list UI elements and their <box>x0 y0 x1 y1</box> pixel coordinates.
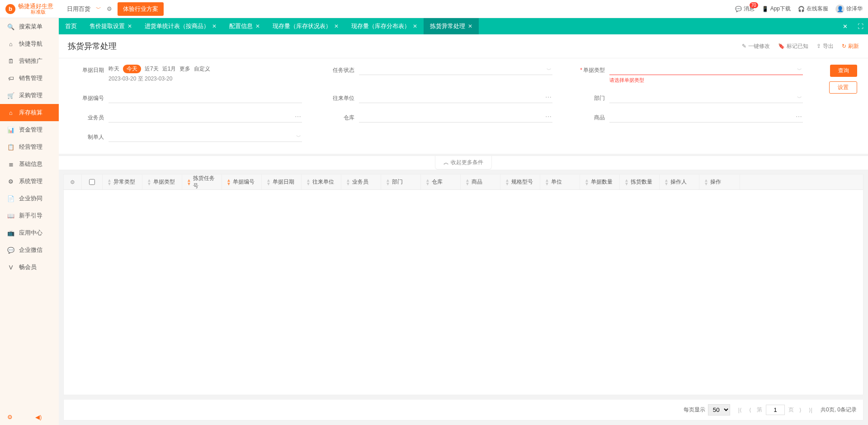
product-input[interactable] <box>609 112 803 123</box>
bill-no-input[interactable] <box>108 93 302 103</box>
tab[interactable]: 现存量（库存分布表）✕ <box>345 18 424 34</box>
department-input[interactable] <box>609 93 803 103</box>
select-all-checkbox[interactable] <box>82 175 103 189</box>
table-column-header[interactable]: ▲▼商品 <box>461 175 500 189</box>
maker-input[interactable] <box>108 132 302 142</box>
sidebar-item[interactable]: V畅会员 <box>0 259 59 276</box>
export-button[interactable]: ⇪导出 <box>816 42 834 50</box>
sidebar-item[interactable]: 💬企业微信 <box>0 241 59 259</box>
sidebar-item[interactable]: ≣基础信息 <box>0 156 59 173</box>
settings-button[interactable]: 设置 <box>829 81 857 94</box>
date-chip[interactable]: 近7天 <box>145 65 159 73</box>
table-column-header[interactable]: ▲▼单据编号 <box>222 175 262 189</box>
user-menu[interactable]: 👤 徐泽华 <box>835 5 863 14</box>
sidebar-item[interactable]: 📋经营管理 <box>0 138 59 156</box>
last-page-button[interactable]: ⟩| <box>807 406 814 414</box>
ellipsis-icon[interactable]: ⋯ <box>796 113 802 120</box>
tab[interactable]: 首页 <box>59 18 83 34</box>
next-page-button[interactable]: ⟩ <box>797 406 803 414</box>
app-download-button[interactable]: 📱 App下载 <box>762 5 791 13</box>
bill-type-input[interactable] <box>609 65 803 75</box>
table-column-header[interactable]: ▲▼操作人 <box>660 175 699 189</box>
table-column-header[interactable]: ▲▼单位 <box>540 175 580 189</box>
tab[interactable]: 现存量（库存状况表）✕ <box>266 18 345 34</box>
cta-button[interactable]: 体验行业方案 <box>118 2 164 16</box>
table-column-header[interactable]: ▲▼单据类型 <box>142 175 182 189</box>
table-column-header[interactable]: ▲▼部门 <box>381 175 421 189</box>
column-label: 部门 <box>392 178 403 186</box>
table-column-header[interactable]: ▲▼拣货数量 <box>620 175 660 189</box>
page-size-select[interactable]: 50 <box>708 404 730 416</box>
task-status-input[interactable] <box>359 65 552 75</box>
tab[interactable]: 进货单统计表（按商品）✕ <box>138 18 223 34</box>
sort-icon: ▲▼ <box>266 179 271 186</box>
batch-edit-button[interactable]: ✎一键修改 <box>742 42 770 50</box>
warehouse-input[interactable] <box>359 112 552 123</box>
select-all-checkbox-input[interactable] <box>89 179 95 185</box>
sort-icon: ▲▼ <box>545 179 549 186</box>
table-column-header[interactable]: ▲▼单据数量 <box>580 175 620 189</box>
date-chip[interactable]: 自定义 <box>194 65 210 73</box>
page-title: 拣货异常处理 <box>68 41 117 52</box>
tenant-selector[interactable]: 日用百货 ﹀ ⚙ <box>67 5 118 13</box>
table-column-header[interactable]: ▲▼拣货任务号 <box>182 175 222 189</box>
sidebar-item[interactable]: 🏷销售管理 <box>0 70 59 87</box>
table-column-header[interactable]: ▲▼操作 <box>699 175 740 189</box>
date-chip[interactable]: 更多 <box>179 65 190 73</box>
tab[interactable]: 配置信息✕ <box>223 18 266 34</box>
table-column-header[interactable]: ▲▼规格型号 <box>500 175 540 189</box>
close-tab-icon[interactable]: ✕ <box>212 23 217 29</box>
close-tab-icon[interactable]: ✕ <box>413 23 417 29</box>
sidebar-item[interactable]: 📊资金管理 <box>0 121 59 138</box>
date-range-text: 2023-03-20 至 2023-03-20 <box>108 75 302 83</box>
first-page-button[interactable]: |⟨ <box>736 406 744 414</box>
page-number-input[interactable] <box>766 405 785 415</box>
close-tab-icon[interactable]: ✕ <box>334 23 339 29</box>
sidebar-item[interactable]: ⚙系统管理 <box>0 173 59 190</box>
settings-gear-icon[interactable]: ⚙ <box>7 414 13 420</box>
tab[interactable]: 拣货异常处理✕ <box>424 18 479 34</box>
sidebar-item[interactable]: 🔍搜索菜单 <box>0 18 59 35</box>
table-column-header[interactable]: ▲▼单据日期 <box>262 175 302 189</box>
close-tab-icon[interactable]: ✕ <box>255 23 260 29</box>
fullscreen-icon[interactable]: ⛶ <box>853 23 868 30</box>
date-chip[interactable]: 今天 <box>123 65 141 73</box>
ellipsis-icon[interactable]: ⋯ <box>545 113 552 120</box>
date-chip[interactable]: 昨天 <box>108 65 119 73</box>
table-column-header[interactable]: ▲▼异常类型 <box>103 175 142 189</box>
collapse-filters-button[interactable]: ︽ 收起更多条件 <box>435 156 492 170</box>
table-column-header[interactable]: ▲▼仓库 <box>421 175 461 189</box>
mark-read-button[interactable]: 🔖标记已知 <box>778 42 808 50</box>
messages-button[interactable]: 💬 消息 70 <box>735 5 755 13</box>
sidebar-item[interactable]: 📄企业协同 <box>0 190 59 207</box>
close-tab-icon[interactable]: ✕ <box>468 23 472 29</box>
close-tab-icon[interactable]: ✕ <box>127 23 132 29</box>
ellipsis-icon[interactable]: ⋯ <box>295 113 301 120</box>
close-all-tabs-icon[interactable]: ✕ <box>837 23 853 30</box>
horizontal-scrollbar[interactable] <box>64 390 863 395</box>
query-button[interactable]: 查询 <box>830 65 857 77</box>
sidebar-item[interactable]: 📖新手引导 <box>0 207 59 224</box>
gear-icon[interactable]: ⚙ <box>107 5 112 12</box>
tab[interactable]: 售价提取设置✕ <box>83 18 138 34</box>
sidebar-item-label: 企业协同 <box>19 194 42 203</box>
sidebar-item[interactable]: 🗓营销推广 <box>0 52 59 70</box>
sort-icon: ▲▼ <box>624 179 629 186</box>
prev-page-button[interactable]: ⟨ <box>747 406 753 414</box>
table-column-header[interactable]: ▲▼业务员 <box>341 175 381 189</box>
refresh-button[interactable]: ↻刷新 <box>842 42 859 50</box>
table-settings-icon[interactable]: ⚙ <box>64 175 82 189</box>
table-column-header[interactable]: ▲▼往来单位 <box>302 175 341 189</box>
sidebar-item[interactable]: 📺应用中心 <box>0 224 59 241</box>
salesman-input[interactable] <box>108 112 302 123</box>
ellipsis-icon[interactable]: ⋯ <box>545 94 552 101</box>
support-button[interactable]: 🎧 在线客服 <box>798 5 828 13</box>
date-chip[interactable]: 近1月 <box>162 65 176 73</box>
sidebar-item[interactable]: 🛒采购管理 <box>0 87 59 104</box>
sidebar-item[interactable]: ⌂库存核算 <box>0 104 59 121</box>
sort-icon: ▲▼ <box>425 179 430 186</box>
column-label: 单据日期 <box>273 178 294 186</box>
collapse-sidebar-icon[interactable]: ◀) <box>35 414 42 420</box>
sidebar-item[interactable]: ⌂快捷导航 <box>0 35 59 52</box>
partner-input[interactable] <box>359 93 552 103</box>
